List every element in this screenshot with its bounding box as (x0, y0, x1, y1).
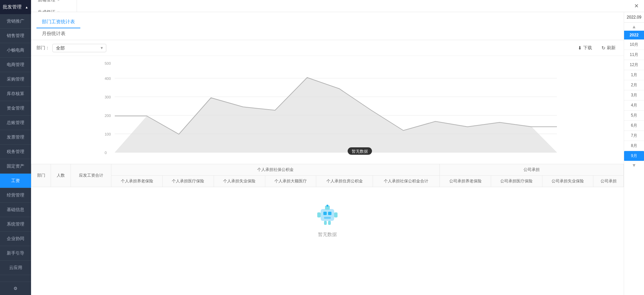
date-nav-down[interactable]: ▼ (624, 161, 644, 169)
sidebar-item-采购管理[interactable]: 采购管理 (0, 72, 31, 87)
date-month-5月[interactable]: 5月 (624, 111, 644, 121)
sidebar-item-税务管理[interactable]: 税务管理 (0, 145, 31, 159)
date-month-10月[interactable]: 10月 (624, 40, 644, 50)
col-total: 应发工资合计 (71, 164, 111, 187)
col-p-housing: 个人承担住房公积金 (316, 176, 373, 187)
sidebar-item-固定资产[interactable]: 固定资产 (0, 159, 31, 174)
date-month-9月[interactable]: 9月 (624, 151, 644, 161)
date-month-8月[interactable]: 8月 (624, 141, 644, 151)
svg-rect-15 (323, 212, 327, 215)
dept-label: 部门： (36, 45, 50, 51)
main-area: 首页门店商品目录×销售单×店铺管理×生成凭证×应收应付调整单×工资表×工资统计报… (31, 0, 644, 295)
empty-state: 暂无数据 (31, 187, 624, 251)
sidebar-item-系统管理[interactable]: 系统管理 (0, 217, 31, 232)
table-area: 部门 人数 应发工资合计 个人承担社保公积金 公司承担 个人承担养老保险 个人承… (31, 164, 624, 295)
sidebar-item-销售管理[interactable]: 销售管理 (0, 29, 31, 43)
sidebar-item-总账管理[interactable]: 总账管理 (0, 116, 31, 130)
svg-rect-18 (334, 212, 338, 217)
sidebar-item-云应用[interactable]: 云应用 (0, 261, 31, 275)
sidebar-item-工资[interactable]: 工资 (0, 174, 31, 188)
svg-text:200: 200 (105, 114, 111, 118)
sidebar-header[interactable]: 批发管理 ▲ (0, 0, 31, 14)
date-month-12月[interactable]: 12月 (624, 60, 644, 70)
col-dept: 部门 (31, 164, 51, 187)
sub-tab-部门工资统计表[interactable]: 部门工资统计表 (36, 16, 80, 28)
sidebar-item-营销推广[interactable]: 营销推广 (0, 14, 31, 29)
date-panel-current: 2022.09 (624, 12, 644, 23)
empty-text: 暂无数据 (318, 232, 337, 238)
close-all-tabs-button[interactable]: ✕ (632, 3, 641, 9)
date-year-2022[interactable]: 2022 (624, 31, 644, 40)
refresh-button[interactable]: ↻ 刷新 (599, 43, 618, 52)
date-month-3月[interactable]: 3月 (624, 90, 644, 100)
col-p-unemploy: 个人承担失业保险 (214, 176, 265, 187)
col-c-unemploy: 公司承担失业保险 (542, 176, 593, 187)
sidebar-title: 批发管理 (3, 4, 22, 10)
svg-rect-16 (328, 212, 331, 215)
date-items: 202210月11月12月1月2月3月4月5月6月7月8月9月 (624, 31, 644, 161)
date-month-6月[interactable]: 6月 (624, 121, 644, 131)
sidebar-item-基础信息[interactable]: 基础信息 (0, 203, 31, 217)
page: 部门工资统计表月份统计表 部门： 全部 ▼ ⬇ 下载 (31, 12, 624, 295)
sub-tab-月份统计表[interactable]: 月份统计表 (36, 28, 80, 40)
svg-point-22 (326, 205, 328, 207)
col-group-personal: 个人承担社保公积金 (111, 164, 440, 176)
dept-select[interactable]: 全部 (52, 44, 106, 52)
sidebar-item-电商管理[interactable]: 电商管理 (0, 58, 31, 72)
empty-robot-icon (314, 201, 341, 228)
download-label: 下载 (583, 45, 592, 51)
svg-text:100: 100 (105, 132, 111, 136)
chart-svg: 0 100 200 300 400 500 (36, 61, 618, 156)
sidebar-arrow-icon: ▲ (25, 5, 28, 9)
toolbar-right: ⬇ 下载 ↻ 刷新 (575, 43, 618, 52)
sidebar-item-发票管理[interactable]: 发票管理 (0, 130, 31, 145)
svg-text:300: 300 (105, 95, 111, 99)
sidebar-item-企业协同[interactable]: 企业协同 (0, 232, 31, 246)
toolbar: 部门： 全部 ▼ ⬇ 下载 ↻ 刷新 (31, 40, 624, 56)
toolbar-left: 部门： 全部 ▼ (36, 44, 106, 52)
col-group-company: 公司承担 (440, 164, 624, 176)
date-month-7月[interactable]: 7月 (624, 131, 644, 141)
date-nav-up[interactable]: ▲ (624, 23, 644, 31)
sub-tabs-container: 部门工资统计表月份统计表 (36, 16, 80, 40)
sub-tabs: 部门工资统计表月份统计表 (31, 12, 624, 40)
sidebar-settings[interactable]: ⚙ (0, 282, 31, 295)
col-p-total: 个人承担社保公积金合计 (373, 176, 439, 187)
svg-rect-19 (324, 221, 327, 225)
download-icon: ⬇ (578, 45, 582, 51)
tab-店铺管理[interactable]: 店铺管理× (34, 0, 77, 6)
sidebar-item-小畅电商[interactable]: 小畅电商 (0, 43, 31, 58)
svg-marker-11 (115, 78, 557, 152)
tab-close-icon[interactable]: × (57, 0, 59, 2)
date-panel: 2022.09 ▲ 202210月11月12月1月2月3月4月5月6月7月8月9… (624, 12, 644, 295)
sidebar-item-库存核算[interactable]: 库存核算 (0, 87, 31, 101)
date-month-4月[interactable]: 4月 (624, 100, 644, 111)
dept-select-wrapper: 全部 ▼ (52, 44, 106, 52)
data-table: 部门 人数 应发工资合计 个人承担社保公积金 公司承担 个人承担养老保险 个人承… (31, 164, 624, 187)
svg-text:0: 0 (105, 151, 107, 155)
col-p-pension: 个人承担养老保险 (111, 176, 163, 187)
col-c-medical: 公司承担医疗保险 (491, 176, 542, 187)
sidebar-item-经营管理[interactable]: 经营管理 (0, 188, 31, 203)
svg-rect-17 (317, 212, 321, 217)
refresh-label: 刷新 (607, 45, 616, 51)
sidebar-item-资金管理[interactable]: 资金管理 (0, 101, 31, 116)
chart-area: 0 100 200 300 400 500 (31, 56, 624, 164)
col-c-other: 公司承担 (593, 176, 624, 187)
date-month-1月[interactable]: 1月 (624, 70, 644, 80)
refresh-icon: ↻ (601, 45, 606, 51)
svg-text:400: 400 (105, 77, 111, 81)
download-button[interactable]: ⬇ 下载 (575, 43, 595, 52)
svg-text:500: 500 (105, 61, 111, 65)
tabs-container: 首页门店商品目录×销售单×店铺管理×生成凭证×应收应付调整单×工资表×工资统计报… (34, 0, 77, 12)
svg-rect-20 (328, 221, 331, 225)
tab-生成凭证[interactable]: 生成凭证× (34, 6, 77, 12)
col-c-pension: 公司承担养老保险 (440, 176, 491, 187)
content-area: 部门工资统计表月份统计表 部门： 全部 ▼ ⬇ 下载 (31, 12, 644, 295)
sidebar-item-新手引导[interactable]: 新手引导 (0, 246, 31, 261)
svg-rect-14 (321, 209, 334, 221)
date-month-2月[interactable]: 2月 (624, 80, 644, 90)
tabs-bar: 首页门店商品目录×销售单×店铺管理×生成凭证×应收应付调整单×工资表×工资统计报… (31, 0, 644, 12)
col-count: 人数 (51, 164, 71, 187)
date-month-11月[interactable]: 11月 (624, 50, 644, 60)
